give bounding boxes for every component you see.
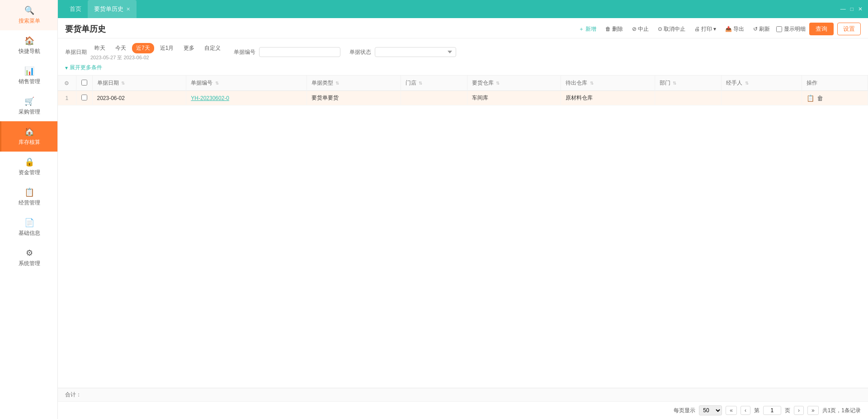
tab-home-label: 首页 xyxy=(70,5,81,13)
sidebar-item-label: 快捷导航 xyxy=(19,48,40,55)
date-btn-today[interactable]: 今天 xyxy=(111,43,130,53)
stop-icon: ⊘ xyxy=(632,26,637,32)
sidebar-item-system-mgmt[interactable]: ⚙ 系统管理 xyxy=(0,243,57,273)
th-handler[interactable]: 经手人 ⇅ xyxy=(722,76,802,91)
sidebar-item-inventory[interactable]: 🏠 库存核算 xyxy=(0,121,57,152)
operations-icon: 📋 xyxy=(24,187,34,197)
row-checkbox[interactable] xyxy=(81,95,87,100)
sidebar-item-quick-nav[interactable]: 🏠 快捷导航 xyxy=(0,30,57,61)
th-order-type[interactable]: 单据类型 ⇅ xyxy=(307,76,401,91)
total-label: 合计： xyxy=(65,391,81,398)
per-page-select[interactable]: 50 100 xyxy=(699,405,722,415)
order-no-input[interactable] xyxy=(259,47,340,57)
th-order-no-label: 单据编号 xyxy=(191,80,212,86)
sidebar-item-search-menu[interactable]: 🔍 搜索菜单 xyxy=(0,0,57,30)
refresh-button[interactable]: ↺ 刷新 xyxy=(750,24,773,35)
filter-row: 单据日期 昨天 今天 近7天 近1月 更多 自定义 2023-05-27 至 2… xyxy=(65,43,861,61)
sidebar-item-basic-info[interactable]: 📄 基础信息 xyxy=(0,212,57,243)
action-icons: 📋 🗑 xyxy=(807,95,863,102)
sidebar-item-operations-mgmt[interactable]: 📋 经营管理 xyxy=(0,182,57,212)
row-edit-icon[interactable]: 📋 xyxy=(807,95,814,102)
sidebar: 🔍 搜索菜单 🏠 快捷导航 📊 销售管理 🛒 采购管理 🏠 库存核算 🔒 资金管… xyxy=(0,0,58,419)
first-page-button[interactable]: « xyxy=(726,406,737,415)
toolbar: ＋ 新增 🗑 删除 ⊘ 中止 ⊙ 取消中止 🖨 打印 xyxy=(576,23,861,35)
sort-req-warehouse-icon: ⇅ xyxy=(496,81,500,86)
th-store-label: 门店 xyxy=(406,80,416,86)
th-store[interactable]: 门店 ⇅ xyxy=(401,76,467,91)
top-bar-right: — □ ✕ xyxy=(840,6,863,12)
th-department[interactable]: 部门 ⇅ xyxy=(655,76,722,91)
th-pending-warehouse[interactable]: 待出仓库 ⇅ xyxy=(561,76,655,91)
th-req-warehouse[interactable]: 要货仓库 ⇅ xyxy=(467,76,561,91)
tab-home[interactable]: 首页 xyxy=(63,0,88,18)
sort-order-no-icon: ⇅ xyxy=(215,81,219,86)
delete-button[interactable]: 🗑 删除 xyxy=(603,24,626,35)
th-settings[interactable]: ⚙ xyxy=(58,76,76,91)
row-actions: 📋 🗑 xyxy=(802,91,868,105)
new-button[interactable]: ＋ 新增 xyxy=(576,24,599,35)
cancel-stop-button[interactable]: ⊙ 取消中止 xyxy=(655,24,688,35)
stop-button[interactable]: ⊘ 中止 xyxy=(629,24,651,35)
table-footer: 合计： xyxy=(58,388,868,401)
new-icon: ＋ xyxy=(579,25,584,33)
sidebar-item-sales-mgmt[interactable]: 📊 销售管理 xyxy=(0,61,57,91)
top-bar: 首页 要货单历史 ✕ — □ ✕ xyxy=(58,0,868,18)
th-pending-warehouse-label: 待出仓库 xyxy=(566,80,587,86)
th-date[interactable]: 单据日期 ⇅ xyxy=(92,76,186,91)
date-btn-7days[interactable]: 近7天 xyxy=(132,43,154,53)
th-handler-label: 经手人 xyxy=(726,80,742,86)
refresh-icon: ↺ xyxy=(753,26,758,32)
row-delete-icon[interactable]: 🗑 xyxy=(817,95,823,102)
expand-more-button[interactable]: ▾ 展开更多条件 xyxy=(65,64,861,71)
finance-icon: 🔒 xyxy=(24,157,34,167)
sidebar-item-label: 销售管理 xyxy=(19,78,40,86)
order-no-filter-group: 单据编号 xyxy=(234,47,340,57)
display-detail-checkbox[interactable] xyxy=(776,26,782,32)
page-header: 要货单历史 ＋ 新增 🗑 删除 ⊘ 中止 ⊙ 取消中止 xyxy=(58,18,868,38)
row-pending-warehouse: 原材料仓库 xyxy=(561,91,655,105)
purchase-icon: 🛒 xyxy=(24,96,34,106)
print-button[interactable]: 🖨 打印 ▾ xyxy=(692,24,719,35)
table-container: ⚙ 单据日期 ⇅ 单据编号 ⇅ xyxy=(58,76,868,388)
window-maximize-button[interactable]: □ xyxy=(850,6,854,12)
row-date: 2023-06-02 xyxy=(92,91,186,105)
export-icon: 📤 xyxy=(725,26,732,32)
date-btn-1month[interactable]: 近1月 xyxy=(156,43,178,53)
print-dropdown-icon: ▾ xyxy=(713,26,716,32)
chevron-down-icon: ▾ xyxy=(65,65,68,71)
sidebar-item-label: 资金管理 xyxy=(19,169,40,176)
content: 要货单历史 ＋ 新增 🗑 删除 ⊘ 中止 ⊙ 取消中止 xyxy=(58,18,868,419)
sidebar-item-label: 库存核算 xyxy=(19,138,40,146)
home-icon: 🏠 xyxy=(24,36,34,46)
prev-page-button[interactable]: ‹ xyxy=(741,406,750,415)
sidebar-item-purchase-mgmt[interactable]: 🛒 采购管理 xyxy=(0,91,57,121)
date-range-text: 2023-05-27 至 2023-06-02 xyxy=(90,54,225,61)
date-btn-custom[interactable]: 自定义 xyxy=(200,43,225,53)
next-page-button[interactable]: › xyxy=(794,406,804,415)
th-actions: 操作 xyxy=(802,76,868,91)
th-order-no[interactable]: 单据编号 ⇅ xyxy=(186,76,307,91)
window-minimize-button[interactable]: — xyxy=(840,6,846,12)
export-button[interactable]: 📤 导出 xyxy=(722,24,747,35)
last-page-button[interactable]: » xyxy=(807,406,819,415)
date-btn-more[interactable]: 更多 xyxy=(179,43,198,53)
settings-button[interactable]: 设置 xyxy=(837,23,861,35)
select-all-checkbox[interactable] xyxy=(81,80,87,86)
date-btn-yesterday[interactable]: 昨天 xyxy=(90,43,109,53)
th-department-label: 部门 xyxy=(660,80,670,86)
tab-order-history[interactable]: 要货单历史 ✕ xyxy=(88,0,137,18)
query-button[interactable]: 查询 xyxy=(809,23,834,35)
window-close-button[interactable]: ✕ xyxy=(858,6,863,12)
sidebar-item-finance-mgmt[interactable]: 🔒 资金管理 xyxy=(0,152,57,182)
per-page-label: 每页显示 xyxy=(674,407,695,414)
row-order-no-link[interactable]: YH-20230602-0 xyxy=(191,95,229,101)
status-select[interactable] xyxy=(375,47,456,57)
th-order-type-label: 单据类型 xyxy=(311,80,333,86)
sidebar-item-label: 采购管理 xyxy=(19,108,40,116)
tab-close-icon[interactable]: ✕ xyxy=(126,6,130,12)
inventory-icon: 🏠 xyxy=(24,127,34,137)
th-actions-label: 操作 xyxy=(807,80,817,86)
sort-date-icon: ⇅ xyxy=(121,81,125,86)
sort-store-icon: ⇅ xyxy=(419,81,422,86)
page-input[interactable] xyxy=(763,406,781,415)
